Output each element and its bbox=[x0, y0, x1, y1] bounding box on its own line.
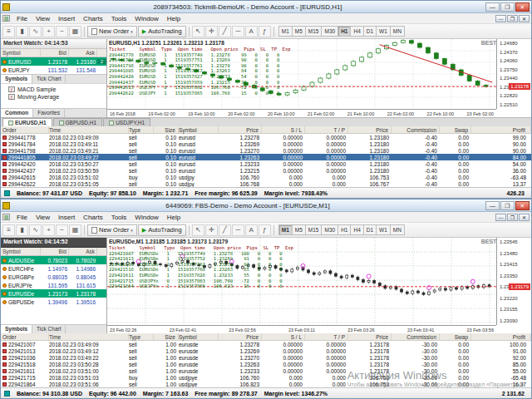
order-row[interactable]: 2994417982018.02.23 03:49:21sell0.10euru… bbox=[1, 147, 531, 154]
menu-item-charts[interactable]: Charts bbox=[79, 213, 107, 222]
chart-tab-usdjpy-h1[interactable]: USDJPY,H1 bbox=[103, 118, 150, 126]
mdi-restore-button[interactable]: ❐ bbox=[507, 15, 518, 22]
new-order-button[interactable]: New Order ▾ bbox=[87, 224, 137, 236]
line-chart-icon[interactable]: ∿ bbox=[29, 224, 42, 236]
order-row[interactable]: 2994424372018.02.23 03:50:59sell0.10euru… bbox=[1, 167, 531, 174]
tab-tick-chart[interactable]: Tick Chart bbox=[32, 75, 66, 83]
market-watch-column-ask[interactable]: Ask bbox=[69, 248, 97, 255]
order-row[interactable]: 2994418052018.02.23 03:49:27sell0.10euru… bbox=[1, 154, 531, 160]
menu-item-help[interactable]: Help bbox=[163, 14, 185, 23]
timeframe-button-d1[interactable]: D1 bbox=[364, 26, 377, 37]
orders-column-t-p[interactable]: T / P bbox=[305, 126, 348, 133]
maximize-button[interactable]: ❐ bbox=[500, 2, 515, 12]
tab-symbols[interactable]: Symbols bbox=[1, 325, 32, 333]
orders-column-swap[interactable]: Swap bbox=[440, 126, 471, 133]
timeframe-button-h1[interactable]: H1 bbox=[338, 26, 351, 37]
order-row[interactable]: 2294218642018.02.23 03:51:06sell1.00usdj… bbox=[1, 381, 531, 387]
menu-item-window[interactable]: Window bbox=[131, 14, 162, 23]
orders-column-commission[interactable]: Commission bbox=[392, 333, 440, 340]
market-watch-row[interactable]: EURJPY131.532131.548 bbox=[1, 66, 106, 74]
horizontal-line-icon[interactable]: ─ bbox=[232, 26, 244, 37]
text-label-icon[interactable]: A bbox=[245, 26, 258, 37]
cursor-icon[interactable]: ↖ bbox=[192, 224, 204, 236]
timeframe-button-m30[interactable]: M30 bbox=[322, 224, 338, 235]
market-watch-row[interactable]: EURUSD1.231781.231802 bbox=[1, 57, 106, 66]
mdi-close-button[interactable]: ✕ bbox=[519, 15, 530, 22]
bar-chart-icon[interactable]: ≡ bbox=[2, 26, 15, 37]
autotrading-button[interactable]: ▶ AutoTrading bbox=[138, 224, 186, 236]
timeframe-button-h4[interactable]: H4 bbox=[351, 224, 363, 235]
line-chart-icon[interactable]: ∿ bbox=[29, 26, 42, 37]
market-watch-column-ask[interactable]: Ask bbox=[69, 49, 97, 57]
order-row[interactable]: 2294217152018.02.23 03:51:03buy1.00usdjp… bbox=[1, 374, 531, 381]
trendline-icon[interactable]: ╱ bbox=[219, 224, 231, 236]
close-button[interactable]: ✕ bbox=[515, 201, 530, 210]
orders-column-size[interactable]: Size bbox=[154, 126, 179, 133]
market-watch-column-bid[interactable]: Bid bbox=[41, 49, 69, 57]
chart-area[interactable]: EURUSDe,M1 1.23185 1.23185 1.23173 1.231… bbox=[107, 238, 531, 333]
orders-column-price[interactable]: Price bbox=[219, 333, 262, 340]
orders-column-price[interactable]: Price bbox=[219, 126, 262, 133]
chart-area[interactable]: EURUSD,H1 1.23251 1.23261 1.23213 1.2317… bbox=[107, 39, 531, 117]
orders-column-price[interactable]: Price bbox=[348, 333, 392, 340]
orders-column-size[interactable]: Size bbox=[154, 333, 179, 340]
timeframe-button-h4[interactable]: H4 bbox=[351, 26, 363, 37]
market-watch-column-symbol[interactable]: Symbol bbox=[1, 248, 41, 255]
maximize-button[interactable]: ❐ bbox=[500, 201, 515, 210]
order-row[interactable]: 2294210072018.02.23 03:49:09sell1.00euru… bbox=[1, 341, 531, 347]
menu-item-view[interactable]: View bbox=[32, 213, 54, 222]
close-button[interactable]: ✕ bbox=[515, 2, 530, 12]
titlebar[interactable]: 6449069: FBS-Demo - Demo Account - [EURU… bbox=[1, 200, 531, 212]
titlebar[interactable]: 2089734503: Tickmill-DemoUK - Demo Accou… bbox=[1, 1, 531, 13]
market-watch-row[interactable]: GBPUSDe1.394961.39516 bbox=[1, 298, 106, 306]
order-row[interactable]: 2294216112018.02.23 03:51:00sell1.00euru… bbox=[1, 367, 531, 374]
orders-column-profit[interactable]: Profit bbox=[471, 333, 531, 340]
orders-column-order[interactable]: Order bbox=[1, 126, 49, 133]
zoom-in-icon[interactable]: + bbox=[42, 224, 55, 236]
zoom-out-icon[interactable]: − bbox=[56, 26, 68, 37]
zoom-in-icon[interactable]: + bbox=[42, 26, 55, 37]
market-watch-row[interactable]: EURGBPe0.880350.88045 bbox=[1, 273, 106, 281]
timeframe-button-w1[interactable]: W1 bbox=[377, 26, 391, 37]
timeframe-button-m15[interactable]: M15 bbox=[306, 26, 323, 37]
horizontal-line-icon[interactable]: ─ bbox=[232, 224, 244, 236]
timeframe-button-w1[interactable]: W1 bbox=[377, 224, 391, 235]
crosshair-icon[interactable]: ✛ bbox=[205, 224, 218, 236]
cursor-icon[interactable]: ↖ bbox=[192, 26, 204, 37]
mdi-minimize-button[interactable]: — bbox=[495, 214, 506, 221]
orders-column-t-p[interactable]: T / P bbox=[305, 333, 348, 340]
navigator-item-moving-average[interactable]: ƒMoving Average bbox=[1, 93, 106, 101]
menu-item-charts[interactable]: Charts bbox=[79, 14, 107, 23]
chart-tab-gbpusd-h1[interactable]: GBPUSD,H1 bbox=[53, 118, 103, 126]
market-watch-row[interactable]: EURJPYe131.595131.615 bbox=[1, 281, 106, 289]
market-watch-row[interactable]: EURCHFe1.149761.14986 bbox=[1, 264, 106, 273]
menu-item-window[interactable]: Window bbox=[131, 213, 162, 222]
orders-column-type[interactable]: Type bbox=[129, 126, 154, 133]
orders-column-profit[interactable]: Profit bbox=[471, 126, 531, 133]
orders-column-swap[interactable]: Swap bbox=[440, 333, 471, 340]
mdi-minimize-button[interactable]: — bbox=[495, 15, 506, 22]
order-row[interactable]: 2994417782018.02.23 03:49:09sell0.10euru… bbox=[1, 134, 531, 140]
tab-common[interactable]: Common bbox=[1, 109, 33, 117]
zoom-out-icon[interactable]: − bbox=[56, 224, 68, 236]
mdi-restore-button[interactable]: ❐ bbox=[507, 214, 518, 221]
timeframe-button-d1[interactable]: D1 bbox=[364, 224, 377, 235]
order-row[interactable]: 2994424202018.02.23 03:50:27sell0.10euru… bbox=[1, 160, 531, 167]
orders-column-time[interactable]: Time bbox=[49, 126, 129, 133]
order-row[interactable]: 2994426152018.02.23 03:51:02buy0.10usdjp… bbox=[1, 174, 531, 180]
orders-column-time[interactable]: Time bbox=[49, 333, 129, 340]
tile-windows-icon[interactable]: ▦ bbox=[69, 26, 81, 37]
market-watch-column-symbol[interactable]: Symbol bbox=[1, 49, 41, 57]
menu-item-tools[interactable]: Tools bbox=[107, 14, 131, 23]
mdi-close-button[interactable]: ✕ bbox=[519, 214, 530, 221]
orders-column-commission[interactable]: Commission bbox=[392, 126, 440, 133]
candlestick-chart-icon[interactable]: ▮ bbox=[16, 26, 28, 37]
orders-column-s-l[interactable]: S / L bbox=[262, 126, 305, 133]
order-row[interactable]: 2994417842018.02.23 03:49:11sell0.10euru… bbox=[1, 140, 531, 147]
minimize-button[interactable]: — bbox=[485, 2, 500, 12]
autotrading-button[interactable]: ▶ AutoTrading bbox=[138, 26, 186, 37]
timeframe-button-m5[interactable]: M5 bbox=[293, 26, 306, 37]
orders-column-symbol[interactable]: Symbol bbox=[179, 333, 219, 340]
timeframe-button-m30[interactable]: M30 bbox=[322, 26, 338, 37]
chart-tab-eurusd-h1[interactable]: EURUSD,H1 bbox=[2, 118, 52, 126]
